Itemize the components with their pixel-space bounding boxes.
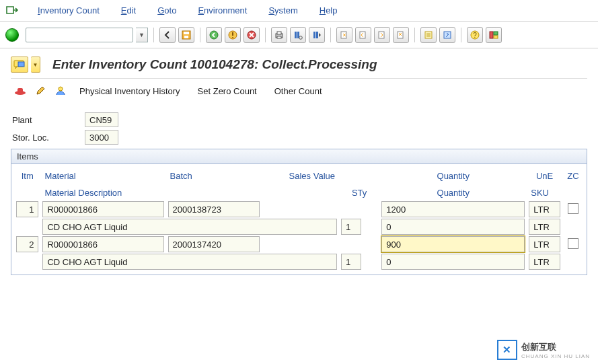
find-button[interactable] bbox=[290, 27, 306, 43]
batch-field[interactable] bbox=[168, 236, 260, 252]
content-area: ▼ Enter Inventory Count 100104278: Colle… bbox=[0, 48, 598, 275]
next-page-button[interactable] bbox=[374, 27, 390, 43]
menu-environment[interactable]: Environment bbox=[188, 3, 256, 18]
enter-button[interactable] bbox=[5, 28, 19, 42]
object-services-dropdown[interactable]: ▼ bbox=[31, 57, 40, 73]
command-field[interactable] bbox=[26, 28, 133, 42]
menu-help[interactable]: Help bbox=[310, 3, 347, 18]
object-services-button[interactable] bbox=[11, 57, 28, 73]
sku-field[interactable] bbox=[529, 254, 560, 270]
svg-rect-26 bbox=[18, 62, 24, 67]
title-row: ▼ Enter Inventory Count 100104278: Colle… bbox=[11, 57, 587, 73]
menu-edit[interactable]: Edit bbox=[112, 3, 145, 18]
item-number-field[interactable] bbox=[16, 201, 38, 217]
plant-value: CN59 bbox=[85, 112, 118, 127]
menu-system[interactable]: System bbox=[259, 3, 307, 18]
svg-rect-15 bbox=[360, 32, 365, 38]
col-quantity2: Quantity bbox=[379, 184, 527, 201]
first-page-button[interactable] bbox=[336, 27, 352, 43]
separator bbox=[461, 28, 461, 42]
prev-page-button[interactable] bbox=[355, 27, 371, 43]
quantity2-field[interactable] bbox=[381, 254, 525, 270]
svg-rect-9 bbox=[295, 32, 297, 38]
item-number-field[interactable] bbox=[16, 236, 38, 252]
set-zero-count-link[interactable]: Set Zero Count bbox=[191, 85, 264, 98]
help-button[interactable]: ? bbox=[467, 27, 483, 43]
une-field[interactable] bbox=[529, 201, 560, 217]
material-description-field[interactable] bbox=[42, 254, 337, 270]
material-description-field[interactable] bbox=[42, 219, 337, 235]
menu-goto[interactable]: Goto bbox=[148, 3, 186, 18]
menu-indicator-icon bbox=[5, 5, 19, 16]
create-shortcut-button[interactable] bbox=[439, 27, 455, 43]
cancel-button[interactable] bbox=[244, 27, 260, 43]
exit-button[interactable] bbox=[225, 27, 241, 43]
col-zc: ZC bbox=[562, 167, 584, 184]
svg-rect-2 bbox=[184, 36, 188, 38]
watermark-logo: ✕ bbox=[497, 340, 517, 360]
col-sty: STy bbox=[339, 184, 379, 201]
pencil-icon bbox=[35, 85, 46, 96]
sty-field[interactable] bbox=[341, 219, 361, 235]
chevron-down-icon: ▼ bbox=[33, 62, 38, 68]
save-button[interactable] bbox=[178, 27, 194, 43]
col-batch: Batch bbox=[166, 167, 262, 184]
physical-inventory-history-link[interactable]: Physical Inventory History bbox=[73, 85, 187, 98]
svg-rect-24 bbox=[494, 36, 498, 38]
menu-inventory-count[interactable]: Inventory Count bbox=[28, 3, 109, 18]
print-button[interactable] bbox=[271, 27, 287, 43]
svg-rect-23 bbox=[494, 32, 498, 35]
svg-rect-19 bbox=[444, 32, 451, 38]
svg-rect-8 bbox=[277, 36, 281, 38]
une-field[interactable] bbox=[529, 236, 560, 252]
change-button[interactable] bbox=[32, 83, 48, 99]
find-next-button[interactable] bbox=[309, 27, 325, 43]
quantity-field[interactable] bbox=[381, 201, 525, 217]
display-header-button[interactable] bbox=[12, 83, 28, 99]
header-fields: Plant CN59 Stor. Loc. 3000 bbox=[11, 111, 587, 146]
person-icon bbox=[54, 85, 67, 96]
svg-rect-22 bbox=[490, 32, 493, 38]
svg-rect-17 bbox=[398, 32, 403, 38]
storage-location-description bbox=[120, 131, 241, 144]
separator bbox=[414, 28, 415, 42]
col-itm: Itm bbox=[14, 167, 40, 184]
svg-rect-13 bbox=[316, 32, 318, 38]
quantity-field[interactable] bbox=[381, 236, 525, 252]
command-dropdown[interactable]: ▼ bbox=[136, 28, 148, 42]
items-grid: Itm Material Batch Sales Value Quantity … bbox=[11, 164, 587, 275]
items-panel: Items Itm Material Batch Sales Value Qua… bbox=[11, 149, 587, 275]
sty-field[interactable] bbox=[341, 254, 361, 270]
material-field[interactable] bbox=[42, 201, 163, 217]
plant-label: Plant bbox=[11, 115, 85, 125]
item-row bbox=[14, 201, 584, 218]
toolbar: ▼ ? bbox=[0, 22, 598, 48]
svg-rect-28 bbox=[17, 88, 23, 93]
svg-rect-16 bbox=[379, 32, 384, 38]
speech-bubble-icon bbox=[13, 60, 26, 69]
item-row-detail bbox=[14, 253, 584, 270]
back-button[interactable] bbox=[159, 27, 176, 43]
new-session-button[interactable] bbox=[420, 27, 437, 43]
last-page-button[interactable] bbox=[393, 27, 409, 43]
col-sales-value: Sales Value bbox=[262, 167, 339, 184]
col-quantity: Quantity bbox=[379, 167, 527, 184]
sku-field[interactable] bbox=[529, 219, 560, 235]
quantity2-field[interactable] bbox=[381, 219, 525, 235]
other-count-link[interactable]: Other Count bbox=[268, 85, 329, 98]
customize-layout-button[interactable] bbox=[486, 27, 502, 43]
watermark-brand: 创新互联 bbox=[521, 341, 590, 353]
batch-field[interactable] bbox=[168, 201, 260, 217]
col-material: Material bbox=[40, 167, 165, 184]
action-toolbar: Physical Inventory History Set Zero Coun… bbox=[11, 78, 587, 108]
col-une: UnE bbox=[527, 167, 562, 184]
zc-checkbox[interactable] bbox=[568, 203, 578, 214]
zc-checkbox[interactable] bbox=[568, 238, 578, 249]
nav-back-button[interactable] bbox=[206, 27, 222, 43]
separator bbox=[330, 28, 331, 42]
overview-button[interactable] bbox=[52, 83, 69, 99]
material-field[interactable] bbox=[42, 236, 163, 252]
hat-icon bbox=[14, 86, 26, 96]
header-row-2: Material Description STy Quantity SKU bbox=[14, 184, 584, 201]
separator bbox=[200, 28, 200, 42]
